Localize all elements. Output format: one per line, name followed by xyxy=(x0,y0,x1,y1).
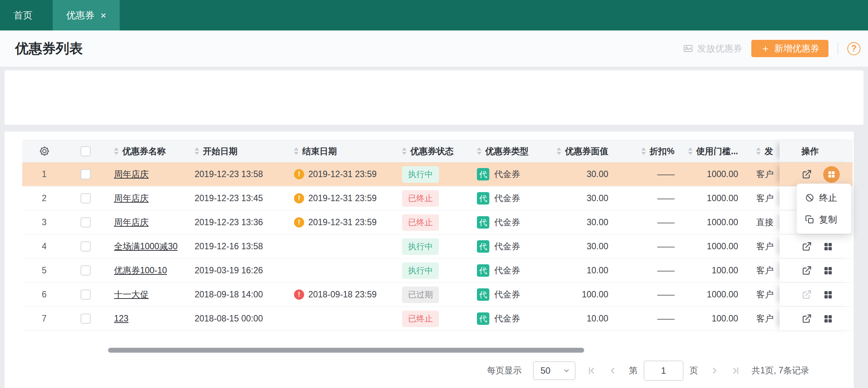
page-input[interactable] xyxy=(644,361,684,381)
more-actions-grid-icon[interactable] xyxy=(823,314,833,324)
column-header-discount[interactable]: 折扣% xyxy=(617,140,684,162)
more-actions-grid-icon[interactable] xyxy=(823,290,833,300)
prev-page-button[interactable] xyxy=(608,366,618,376)
coupon-name-cell: 十一大促 xyxy=(105,283,186,306)
row-index: 2 xyxy=(22,186,66,210)
export-icon[interactable] xyxy=(801,241,812,252)
coupon-name-cell: 周年店庆 xyxy=(105,211,186,234)
close-icon[interactable]: × xyxy=(101,11,106,20)
column-label: 优惠券面值 xyxy=(565,146,608,157)
face-value-cell: 30.00 xyxy=(548,162,617,186)
row-checkbox[interactable] xyxy=(81,193,91,203)
column-header-status[interactable]: 优惠券状态 xyxy=(393,140,468,162)
sort-carets-icon[interactable] xyxy=(756,147,761,155)
table-row: 2周年店庆2019-12-23 13:45!2019-12-31 23:59已终… xyxy=(22,186,853,211)
start-date-cell: 2018-09-18 14:00 xyxy=(186,283,285,306)
sort-carets-icon[interactable] xyxy=(294,147,298,155)
sort-carets-icon[interactable] xyxy=(557,147,561,155)
tab-coupons[interactable]: 优惠券 × xyxy=(53,0,120,30)
more-actions-grid-icon[interactable] xyxy=(823,242,833,252)
column-settings-gear-icon[interactable] xyxy=(38,145,50,157)
more-actions-grid-icon[interactable] xyxy=(823,266,833,276)
face-value-cell: 10.00 xyxy=(548,259,617,282)
actions-cell xyxy=(780,235,853,258)
face-value-cell: 100.00 xyxy=(548,283,617,306)
menu-item-ban[interactable]: 终止 xyxy=(797,187,851,209)
table-body: 1周年店庆2019-12-23 13:58!2019-12-31 23:59执行… xyxy=(22,162,853,331)
column-label: 优惠券状态 xyxy=(410,146,454,157)
coupon-name-link[interactable]: 周年店庆 xyxy=(114,192,149,204)
horizontal-scrollbar[interactable] xyxy=(108,348,584,353)
row-checkbox[interactable] xyxy=(81,289,91,300)
next-page-button[interactable] xyxy=(710,366,719,376)
add-coupon-button[interactable]: ＋ 新增优惠券 xyxy=(751,40,828,57)
column-header-start[interactable]: 开始日期 xyxy=(186,140,285,162)
coupon-type-badge-icon: 代 xyxy=(477,312,489,325)
issue-type-cell: 客户 xyxy=(747,283,780,306)
coupon-name-link[interactable]: 周年店庆 xyxy=(114,168,149,180)
status-cell: 执行中 xyxy=(393,235,468,258)
issue-type-cell: 客户 xyxy=(747,162,780,186)
column-header-end[interactable]: 结束日期 xyxy=(285,140,393,162)
first-page-button[interactable] xyxy=(587,366,597,376)
row-checkbox[interactable] xyxy=(81,314,91,324)
coupon-type-badge-icon: 代 xyxy=(477,240,489,253)
select-all-checkbox[interactable] xyxy=(81,146,91,156)
status-cell: 已终止 xyxy=(393,211,468,234)
coupon-name-link[interactable]: 周年店庆 xyxy=(114,217,149,228)
discount-cell: —— xyxy=(617,162,684,186)
distribute-label: 发放优惠券 xyxy=(697,42,742,55)
coupon-name-link[interactable]: 123 xyxy=(114,314,128,324)
sort-carets-icon[interactable] xyxy=(641,147,646,155)
sort-carets-icon[interactable] xyxy=(688,147,693,155)
row-checkbox[interactable] xyxy=(81,265,91,276)
row-checkbox[interactable] xyxy=(81,217,91,227)
sort-carets-icon[interactable] xyxy=(114,147,119,155)
export-icon[interactable] xyxy=(801,314,812,324)
per-page-label: 每页显示 xyxy=(487,365,522,376)
coupon-name-link[interactable]: 全场满1000减30 xyxy=(114,241,178,252)
status-cell: 已终止 xyxy=(393,307,468,330)
add-coupon-label: 新增优惠券 xyxy=(774,42,819,55)
actions-cell xyxy=(780,283,853,306)
row-index: 3 xyxy=(22,211,66,234)
sort-carets-icon[interactable] xyxy=(477,147,481,155)
coupon-type-badge-icon: 代 xyxy=(477,192,489,205)
tab-home[interactable]: 首页 xyxy=(0,0,46,30)
type-cell: 代代金券 xyxy=(468,307,548,330)
end-date-cell: !2019-12-31 23:59 xyxy=(285,211,393,234)
end-date-cell xyxy=(285,307,393,330)
coupon-name-cell: 周年店庆 xyxy=(105,162,186,186)
status-cell: 已终止 xyxy=(393,186,468,210)
column-header-value[interactable]: 优惠券面值 xyxy=(548,140,617,162)
coupon-name-link[interactable]: 十一大促 xyxy=(114,289,149,300)
column-header-type[interactable]: 优惠券类型 xyxy=(468,140,548,162)
row-checkbox[interactable] xyxy=(81,169,91,179)
coupon-name-link[interactable]: 优惠券100-10 xyxy=(114,265,167,276)
page-suffix: 页 xyxy=(690,365,698,376)
distribute-coupon-button[interactable]: 发放优惠券 xyxy=(683,42,742,55)
column-header-issue[interactable]: 发 xyxy=(747,140,780,162)
discount-cell: —— xyxy=(617,211,684,234)
help-icon[interactable]: ? xyxy=(847,42,860,55)
issue-type-cell: 直接 xyxy=(747,211,780,234)
row-checkbox[interactable] xyxy=(81,241,91,252)
per-page-select[interactable]: 50 xyxy=(533,361,576,380)
column-header-name[interactable]: 优惠券名称 xyxy=(105,140,186,162)
export-icon[interactable] xyxy=(801,265,812,276)
column-header-threshold[interactable]: 使用门槛... xyxy=(684,140,747,162)
chevron-down-icon xyxy=(563,367,570,374)
table-row: 6十一大促2018-09-18 14:00!2018-09-18 23:59已过… xyxy=(22,283,853,307)
export-icon[interactable] xyxy=(801,169,812,180)
actions-cell xyxy=(780,307,853,330)
sort-carets-icon[interactable] xyxy=(195,147,199,155)
export-icon[interactable] xyxy=(801,289,812,300)
menu-item-copy[interactable]: 复制 xyxy=(797,209,851,230)
coupon-type-badge-icon: 代 xyxy=(477,216,489,229)
row-index: 6 xyxy=(22,283,66,306)
sort-carets-icon[interactable] xyxy=(402,147,407,155)
more-actions-grid-icon[interactable] xyxy=(823,166,840,183)
type-cell: 代代金券 xyxy=(468,186,548,210)
issue-type-cell: 客户 xyxy=(747,235,780,258)
last-page-button[interactable] xyxy=(731,366,740,376)
